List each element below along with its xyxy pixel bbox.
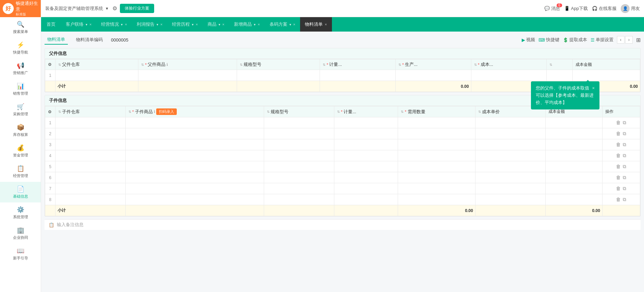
child-quantity-cell[interactable] [398,194,475,205]
child-spec-cell[interactable] [264,183,334,194]
child-unit-price-cell[interactable] [475,128,545,139]
sidebar-item-enterprise[interactable]: 🏢 企业协同 [0,223,41,244]
parent-goods-cell[interactable] [138,70,237,81]
child-warehouse-cell[interactable] [55,128,126,139]
child-quantity-cell[interactable] [398,128,475,139]
sidebar-item-purchase[interactable]: 🛒 采购管理 [0,100,41,120]
child-unit-price-cell[interactable] [475,172,545,183]
child-unit-price-cell[interactable] [475,194,545,205]
child-warehouse-cell[interactable] [55,117,126,128]
extract-cost-action[interactable]: 💲 提取成本 [563,37,587,43]
child-unit-cell[interactable] [334,139,398,150]
sidebar-item-sales[interactable]: 📊 销售管理 [0,79,41,100]
tab-close-icon[interactable]: × [89,22,91,26]
tab-new-goods[interactable]: 新增商品 ▾ × [229,17,264,32]
scan-button[interactable]: 扫码录入 [156,108,177,115]
child-goods-cell[interactable] [125,139,264,150]
sidebar-item-operations[interactable]: 📋 经营管理 [0,161,41,182]
child-spec-cell[interactable] [264,117,334,128]
tab-close-icon[interactable]: × [325,22,327,26]
child-unit-price-cell[interactable] [475,150,545,161]
tab-close-icon[interactable]: × [293,22,295,26]
copy-icon[interactable]: ⧉ [623,186,626,191]
child-unit-price-cell[interactable] [475,139,545,150]
shortcut-action[interactable]: ⌨ 快捷键 [538,37,559,43]
child-warehouse-cell[interactable] [55,150,126,161]
tab-barcode[interactable]: 条码方案 ▾ × [265,17,300,32]
copy-icon[interactable]: ⧉ [623,142,626,148]
tab-close-icon[interactable]: × [258,22,260,26]
child-spec-cell[interactable] [264,150,334,161]
tab-customers[interactable]: 客户联络 ▾ × [61,17,96,32]
view-action[interactable]: ▶ 视频 [522,37,535,43]
message-button[interactable]: 💬 消息 6 [544,5,560,12]
child-warehouse-cell[interactable] [55,139,126,150]
delete-icon[interactable]: 🗑 [616,197,621,202]
child-quantity-cell[interactable] [398,117,475,128]
parent-spec-cell[interactable] [237,70,320,81]
child-quantity-cell[interactable] [398,150,475,161]
topbar-settings-icon[interactable]: ⚙ [112,5,117,12]
sidebar-item-inventory[interactable]: 📦 库存核算 [0,120,41,141]
child-unit-cell[interactable] [334,117,398,128]
single-settings-action[interactable]: ☰ 单据设置 [591,37,614,43]
delete-icon[interactable]: 🗑 [616,131,621,137]
copy-icon[interactable]: ⧉ [623,197,626,202]
sidebar-item-finance[interactable]: 💰 资金管理 [0,141,41,161]
child-quantity-cell[interactable] [398,139,475,150]
child-unit-cell[interactable] [334,183,398,194]
child-unit-cell[interactable] [334,128,398,139]
sub-tab-list[interactable]: 物料清单 [45,35,68,45]
tab-bom[interactable]: 物料清单 × [300,17,332,32]
sidebar-item-guide[interactable]: 📖 新手引导 [0,244,41,264]
child-quantity-cell[interactable] [398,161,475,172]
sidebar-item-quick-nav[interactable]: ⚡ 快捷导航 [0,38,41,58]
tab-history[interactable]: 经营历程 ▾ × [167,17,202,32]
child-spec-cell[interactable] [264,128,334,139]
parent-unit-cell[interactable] [320,70,396,81]
parent-warehouse-cell[interactable] [55,70,138,81]
sidebar-item-marketing[interactable]: 📢 营销推广 [0,58,41,79]
tab-operations[interactable]: 经营情况 ▾ × [96,17,132,32]
th-settings[interactable]: ⚙ [45,59,55,70]
tab-close-icon[interactable]: × [125,22,127,26]
app-download-button[interactable]: 📱 App下载 [564,5,588,12]
sidebar-item-search[interactable]: 🔍 搜索菜单 [0,17,41,38]
next-arrow[interactable]: › [625,36,633,44]
tab-close-icon[interactable]: × [160,22,162,26]
copy-icon[interactable]: ⧉ [623,164,626,170]
child-warehouse-cell[interactable] [55,172,126,183]
child-goods-cell[interactable] [125,172,264,183]
trial-button[interactable]: 体验行业方案 [120,4,154,13]
delete-icon[interactable]: 🗑 [616,164,621,170]
child-spec-cell[interactable] [264,161,334,172]
copy-icon[interactable]: ⧉ [623,120,626,126]
child-unit-price-cell[interactable] [475,161,545,172]
prev-arrow[interactable]: ‹ [617,36,624,44]
sidebar-item-basic-info[interactable]: 📄 基础信息 [0,182,41,202]
tab-profit[interactable]: 利润报告 ▾ × [132,17,167,32]
tab-home[interactable]: 首页 [41,17,61,32]
delete-icon[interactable]: 🗑 [616,175,621,180]
delete-icon[interactable]: 🗑 [616,120,621,126]
parent-production-cell[interactable] [395,70,471,81]
th-child-settings[interactable]: ⚙ [45,106,55,117]
child-spec-cell[interactable] [264,194,334,205]
parent-cost-cell[interactable] [471,70,547,81]
child-goods-cell[interactable] [125,161,264,172]
child-unit-cell[interactable] [334,161,398,172]
child-warehouse-cell[interactable] [55,161,126,172]
copy-icon[interactable]: ⧉ [623,131,626,137]
child-quantity-cell[interactable] [398,183,475,194]
child-unit-price-cell[interactable] [475,183,545,194]
child-goods-cell[interactable] [125,194,264,205]
note-text[interactable]: 输入备注信息 [57,222,84,228]
delete-icon[interactable]: 🗑 [616,186,621,191]
delete-icon[interactable]: 🗑 [616,153,621,159]
child-unit-cell[interactable] [334,150,398,161]
user-button[interactable]: 👤 用友 [621,4,640,13]
tab-close-icon[interactable]: × [196,22,198,26]
child-warehouse-cell[interactable] [55,194,126,205]
online-service-button[interactable]: 🎧 在线客服 [592,5,617,12]
child-unit-cell[interactable] [334,194,398,205]
